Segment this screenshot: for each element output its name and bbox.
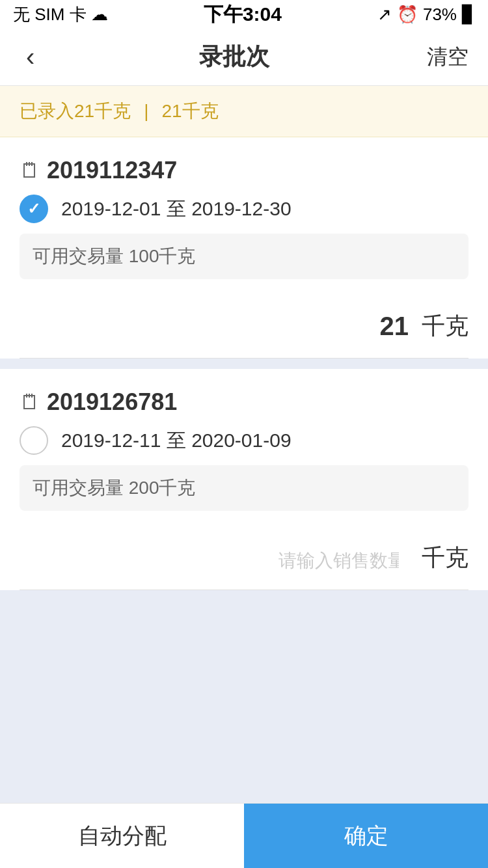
bottom-bar: 自动分配 确定 bbox=[0, 803, 488, 868]
batch-radio-2[interactable] bbox=[20, 426, 48, 455]
quantity-row-2: 千克 bbox=[0, 526, 488, 590]
no-sim-text: 无 SIM 卡 ☁ bbox=[13, 3, 108, 26]
batch-header-2: 🗒 2019126781 bbox=[20, 388, 468, 416]
summary-banner: 已录入21千克 | 21千克 bbox=[0, 86, 488, 137]
quantity-unit-1: 千克 bbox=[422, 310, 468, 342]
batch-card-2: 🗒 2019126781 2019-12-11 至 2020-01-09 可用交… bbox=[0, 369, 488, 526]
batch-date-1: 2019-12-01 至 2019-12-30 bbox=[61, 196, 291, 223]
batch-icon-2: 🗒 bbox=[20, 390, 40, 414]
status-time: 下午3:04 bbox=[204, 1, 282, 28]
batch-card-1: 🗒 2019112347 2019-12-01 至 2019-12-30 可用交… bbox=[0, 137, 488, 295]
battery-percent: 73% bbox=[423, 5, 457, 25]
nav-bar: ‹ 录批次 清空 bbox=[0, 29, 488, 86]
status-bar: 无 SIM 卡 ☁ 下午3:04 ↗ ⏰ 73% ▊ bbox=[0, 0, 488, 29]
quantity-unit-2: 千克 bbox=[422, 542, 468, 574]
clear-button[interactable]: 清空 bbox=[427, 43, 468, 72]
quantity-value-1: 21 bbox=[380, 312, 409, 341]
status-right: ↗ ⏰ 73% ▊ bbox=[377, 5, 475, 25]
status-left: 无 SIM 卡 ☁ bbox=[13, 3, 108, 26]
total-label: 21千克 bbox=[161, 99, 218, 124]
batch-availability-2: 可用交易量 200千克 bbox=[20, 465, 468, 511]
recorded-label: 已录入21千克 bbox=[20, 99, 131, 124]
batch-radio-1[interactable] bbox=[20, 195, 48, 223]
summary-divider: | bbox=[144, 101, 148, 122]
section-divider bbox=[0, 359, 488, 369]
batch-date-row-1: 2019-12-01 至 2019-12-30 bbox=[20, 195, 468, 223]
alarm-icon: ⏰ bbox=[397, 5, 418, 25]
batch-date-row-2: 2019-12-11 至 2020-01-09 bbox=[20, 426, 468, 455]
auto-distribute-button[interactable]: 自动分配 bbox=[0, 804, 244, 868]
quantity-row-1: 21 千克 bbox=[0, 295, 488, 358]
confirm-button[interactable]: 确定 bbox=[244, 804, 488, 868]
batch-header-1: 🗒 2019112347 bbox=[20, 157, 468, 184]
battery-icon: ▊ bbox=[462, 5, 475, 25]
batch-availability-1: 可用交易量 100千克 bbox=[20, 234, 468, 279]
page-title: 录批次 bbox=[199, 41, 269, 73]
batch-number-2: 2019126781 bbox=[47, 388, 177, 416]
batch-icon-1: 🗒 bbox=[20, 159, 40, 183]
batch-number-1: 2019112347 bbox=[47, 157, 177, 184]
location-icon: ↗ bbox=[377, 5, 392, 25]
quantity-input-2[interactable] bbox=[278, 543, 409, 573]
batch-date-2: 2019-12-11 至 2020-01-09 bbox=[61, 427, 291, 454]
back-button[interactable]: ‹ bbox=[20, 36, 41, 78]
